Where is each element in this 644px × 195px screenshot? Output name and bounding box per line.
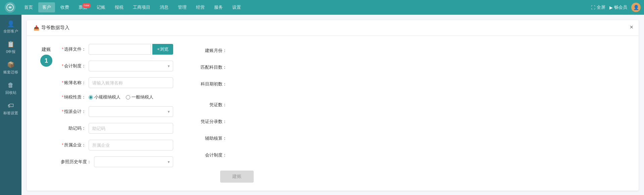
label-company: *所属企业： — [59, 142, 86, 148]
nav-item-票据[interactable]: 票据new — [75, 2, 91, 12]
file-text-input[interactable] — [89, 44, 151, 55]
nav-item-服务[interactable]: 服务 — [210, 2, 227, 12]
sidebar-icon-4: 🏷 — [7, 102, 14, 109]
avatar[interactable]: 👤 — [631, 3, 641, 12]
sidebar-label-3: 回收站 — [5, 90, 16, 95]
label-book-name: *账簿名称： — [59, 80, 86, 86]
nav-item-报税[interactable]: 报税 — [111, 2, 128, 12]
voucher-entries-value — [230, 116, 281, 127]
ref-year-select[interactable] — [94, 156, 173, 167]
voucher-count-value — [230, 100, 281, 110]
sidebar: 👤全部客户📋0申报📦账套迁移🗑回收站🏷标签设置 — [0, 15, 21, 195]
nav-item-消息[interactable]: 消息 — [156, 2, 172, 12]
radio-general-label: 一般纳税人 — [132, 94, 153, 100]
account-system-right-label: 会计制度： — [193, 152, 227, 158]
build-btn-area: 建账 — [193, 171, 281, 183]
radio-small-taxpayer[interactable]: 小规模纳税人 — [89, 94, 120, 100]
right-row-match-subject: 匹配科目数： — [193, 62, 281, 73]
sidebar-item-4[interactable]: 🏷标签设置 — [1, 99, 20, 118]
radio-general-taxpayer[interactable]: 一般纳税人 — [126, 94, 153, 100]
nav-item-收费[interactable]: 收费 — [56, 2, 73, 12]
label-account-system: *会计制度： — [59, 63, 86, 69]
right-row-voucher-entries: 凭证分录数： — [193, 116, 281, 127]
form-row-account-system: *会计制度： ▼ — [59, 61, 173, 71]
nav-items: 首页客户收费票据new记账报税工商项目消息管理经营服务设置 — [20, 2, 591, 12]
sidebar-label-4: 标签设置 — [3, 111, 18, 116]
label-file: *选择文件： — [59, 46, 86, 52]
card-header: 📥 导爷数据导入 × — [27, 20, 639, 36]
sidebar-label-1: 0申报 — [6, 49, 15, 54]
build-button[interactable]: 建账 — [220, 171, 254, 183]
form-area: 建账 1 *选择文件： +浏览 — [27, 36, 639, 191]
member-btn[interactable]: ▶ 畅会员 — [609, 4, 627, 10]
nav-item-记账[interactable]: 记账 — [93, 2, 109, 12]
browse-button[interactable]: +浏览 — [152, 44, 173, 55]
accountant-select-wrap: ▼ — [89, 106, 173, 117]
form-row-accountant: *指派会计： ▼ — [59, 106, 173, 117]
sidebar-label-2: 账套迁移 — [3, 70, 18, 75]
right-row-voucher-count: 凭证数： — [193, 100, 281, 110]
tax-type-radio-group: 小规模纳税人 一般纳税人 — [89, 94, 153, 100]
right-row-account-system-right: 会计制度： — [193, 150, 281, 160]
right-form: 建账月份： 匹配科目数： 科目期初数： 凭证数： — [193, 44, 281, 183]
label-ref-year: 参照历史年度： — [59, 159, 91, 165]
form-row-book-name: *账簿名称： — [59, 77, 173, 88]
account-system-select-wrap: ▼ — [89, 61, 173, 71]
import-icon: 📥 — [34, 25, 39, 30]
main-content: 📥 导爷数据导入 × 建账 1 *选 — [21, 15, 644, 195]
radio-small-label: 小规模纳税人 — [94, 94, 120, 100]
aux-calc-value — [230, 133, 281, 144]
close-button[interactable]: × — [630, 24, 633, 30]
voucher-count-label: 凭证数： — [193, 102, 227, 108]
label-tax-type: *纳税性质： — [59, 94, 86, 100]
nav-item-管理[interactable]: 管理 — [174, 2, 191, 12]
right-row-subject-init: 科目期初数： — [193, 79, 281, 89]
form-row-memo: 助记码： — [59, 123, 173, 134]
nav-badge-票据: new — [82, 3, 91, 8]
step-label: 建账 — [42, 47, 51, 53]
right-row-build-month: 建账月份： — [193, 45, 281, 56]
account-system-right-value — [230, 150, 281, 160]
nav-item-经营[interactable]: 经营 — [192, 2, 209, 12]
subject-init-label: 科目期初数： — [193, 81, 227, 87]
sidebar-item-1[interactable]: 📋0申报 — [1, 38, 20, 57]
sidebar-item-2[interactable]: 📦账套迁移 — [1, 58, 20, 77]
sidebar-icon-2: 📦 — [7, 61, 14, 68]
form-row-ref-year: 参照历史年度： ▼ — [59, 156, 173, 167]
fullscreen-btn[interactable]: ⛶ 全屏 — [591, 4, 605, 10]
aux-calc-label: 辅助核算： — [193, 135, 227, 141]
company-input[interactable] — [89, 140, 173, 150]
book-name-input[interactable] — [89, 77, 173, 88]
nav-item-首页[interactable]: 首页 — [20, 2, 37, 12]
subject-init-value — [230, 79, 281, 89]
form-row-company: *所属企业： — [59, 140, 173, 150]
radio-general-input[interactable] — [126, 95, 130, 100]
radio-small-input[interactable] — [89, 95, 93, 100]
sidebar-icon-3: 🗑 — [7, 81, 14, 89]
nav-item-工商项目[interactable]: 工商项目 — [129, 2, 154, 12]
step-section: 建账 1 *选择文件： +浏览 — [40, 44, 173, 183]
match-subject-label: 匹配科目数： — [193, 64, 227, 70]
form-row-tax-type: *纳税性质： 小规模纳税人 一般纳税人 — [59, 94, 173, 100]
sidebar-item-0[interactable]: 👤全部客户 — [1, 17, 20, 37]
accountant-select[interactable] — [89, 106, 173, 117]
main-card: 📥 导爷数据导入 × 建账 1 *选 — [27, 20, 639, 191]
match-subject-value — [230, 62, 281, 73]
member-label: 畅会员 — [614, 4, 627, 10]
memo-input[interactable] — [89, 123, 173, 134]
nav-right: ⛶ 全屏 ▶ 畅会员 👤 — [591, 3, 641, 12]
step-circle: 1 — [40, 55, 52, 67]
file-input-group: +浏览 — [89, 44, 173, 55]
logo[interactable] — [3, 1, 17, 14]
sidebar-icon-1: 📋 — [7, 41, 14, 48]
logo-icon — [5, 2, 15, 13]
account-system-select[interactable] — [89, 61, 173, 71]
form-row-file: *选择文件： +浏览 — [59, 44, 173, 55]
sidebar-item-3[interactable]: 🗑回收站 — [1, 79, 20, 98]
sidebar-icon-0: 👤 — [7, 20, 14, 27]
right-row-aux-calc: 辅助核算： — [193, 133, 281, 144]
label-accountant: *指派会计： — [59, 109, 86, 115]
nav-item-设置[interactable]: 设置 — [228, 2, 245, 12]
fullscreen-label: 全屏 — [597, 4, 605, 10]
nav-item-客户[interactable]: 客户 — [38, 2, 55, 12]
